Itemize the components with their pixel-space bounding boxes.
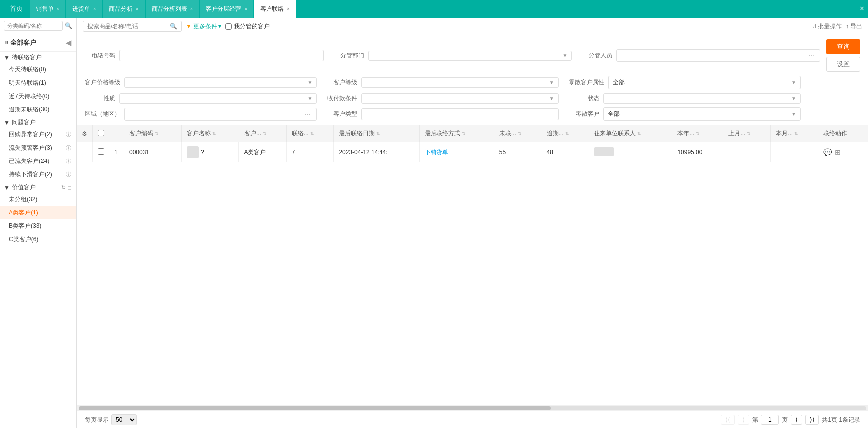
filter-phone-input[interactable]: [119, 50, 324, 61]
filter-person-input[interactable]: [621, 52, 806, 59]
table-header-unit-contact[interactable]: 往来单位联系人⇅: [589, 125, 672, 142]
scatter-caret-icon: ▼: [791, 80, 796, 85]
sidebar-item-declining[interactable]: 持续下滑客户(2) ⓘ: [0, 168, 76, 181]
filter-status-select[interactable]: ▼: [603, 93, 801, 104]
info-icon-4: ⓘ: [66, 171, 71, 178]
sidebar-item-today-contact[interactable]: 今天待联络(0): [0, 63, 76, 76]
close-analysis-list-tab[interactable]: ×: [190, 6, 193, 12]
table-header-this-month[interactable]: 本月...⇅: [771, 125, 818, 142]
next-page-btn[interactable]: ⟩: [791, 415, 802, 425]
page-size-select[interactable]: 50 100 200: [111, 414, 137, 425]
sidebar-search-input[interactable]: [4, 21, 63, 31]
filter-region-input[interactable]: [129, 111, 303, 118]
nav-home[interactable]: 首页: [4, 0, 29, 18]
row-last-month: [723, 142, 771, 162]
table-header-code[interactable]: 客户编码⇅: [124, 125, 182, 142]
my-customer-check[interactable]: 我分管的客户: [225, 22, 270, 31]
search-icon[interactable]: 🔍: [170, 23, 177, 30]
section-problem-title[interactable]: ▼ 问题客户: [4, 118, 36, 127]
table-header-settings[interactable]: ⚙: [77, 125, 93, 142]
filter-nature-select[interactable]: ▼: [119, 93, 317, 104]
section-value-title[interactable]: ▼ 价值客户: [4, 183, 36, 192]
nav-tab-analysis-list[interactable]: 商品分析列表 ×: [146, 0, 199, 18]
close-purchase-tab[interactable]: ×: [93, 6, 96, 12]
sidebar-item-tomorrow-contact[interactable]: 明天待联络(1): [0, 76, 76, 90]
filter-price-select[interactable]: ▼: [124, 77, 317, 88]
scrollbar-thumb[interactable]: [79, 406, 551, 410]
filter-scatter-select[interactable]: 全部 ▼: [608, 76, 801, 89]
nav-tab-customer-contact[interactable]: 客户联络 ×: [254, 0, 296, 18]
sidebar-item-7day-contact[interactable]: 近7天待联络(0): [0, 90, 76, 103]
sidebar-item-churn-warning[interactable]: 流失预警客户(3) ⓘ: [0, 141, 76, 155]
table-header-contact-count[interactable]: 联络...⇅: [286, 125, 334, 142]
close-analysis-tab[interactable]: ×: [136, 6, 139, 12]
grid-action-icon[interactable]: ⊞: [835, 148, 841, 156]
table-header-overdue[interactable]: 逾期...⇅: [542, 125, 589, 142]
last-page-btn[interactable]: ⟩⟩: [805, 415, 819, 425]
table-header-checkbox[interactable]: [93, 125, 109, 142]
table-header-last-month[interactable]: 上月...⇅: [723, 125, 771, 142]
prev-page-btn[interactable]: ⟨: [738, 415, 749, 425]
row-last-method[interactable]: 下销货单: [420, 142, 494, 162]
first-page-btn[interactable]: ⟨⟨: [721, 415, 735, 425]
nav-tab-customer-segment[interactable]: 客户分层经营 ×: [200, 0, 253, 18]
sidebar-collapse-btn[interactable]: ◀: [66, 39, 71, 47]
filter-type-input[interactable]: [361, 108, 558, 120]
table-header-last-method[interactable]: 最后联络方式⇅: [420, 125, 494, 142]
close-contact-tab[interactable]: ×: [287, 6, 290, 12]
export-btn[interactable]: ↑ 导出: [846, 22, 862, 31]
row-select-checkbox[interactable]: [98, 148, 104, 155]
sidebar-item-churned[interactable]: 已流失客户(24) ⓘ: [0, 155, 76, 168]
filter-payment-select[interactable]: ▼: [361, 93, 558, 104]
nav-tab-sales[interactable]: 销售单 ×: [30, 0, 65, 18]
filter-level-select[interactable]: ▼: [361, 77, 558, 88]
horizontal-scrollbar[interactable]: [77, 405, 868, 411]
close-sales-tab[interactable]: ×: [56, 6, 59, 12]
row-checkbox[interactable]: [93, 142, 109, 162]
row-settings: [77, 142, 93, 162]
refresh-icon[interactable]: ↻: [61, 184, 66, 191]
chat-action-icon[interactable]: 💬: [823, 148, 832, 156]
filter-payment: 收付款条件 ▼: [326, 93, 558, 104]
person-dots-icon[interactable]: ···: [806, 52, 816, 59]
select-all-checkbox[interactable]: [98, 130, 104, 136]
sidebar-item-repurchase-abnormal[interactable]: 回购异常客户(2) ⓘ: [0, 128, 76, 141]
query-btn[interactable]: 查询: [826, 39, 860, 54]
table-header-index: [109, 125, 124, 142]
section-pending-title[interactable]: ▼ 待联络客户: [4, 54, 42, 62]
sidebar-all-header[interactable]: ⠿ 全部客户 ◀: [0, 34, 76, 52]
thismonth-sort-icon: ⇅: [794, 131, 798, 136]
table-header-type[interactable]: 客户...⇅: [239, 125, 286, 142]
search-box[interactable]: 🔍: [83, 21, 182, 32]
nav-tab-analysis[interactable]: 商品分析 ×: [103, 0, 145, 18]
batch-op-btn[interactable]: ☑ 批量操作: [811, 22, 842, 31]
table-header-last-date[interactable]: 最后联络日期⇅: [334, 125, 420, 142]
close-segment-tab[interactable]: ×: [244, 6, 247, 12]
add-group-icon[interactable]: □: [68, 185, 71, 191]
main-layout: 🔍 ⠿ 全部客户 ◀ ▼ 待联络客户 今天待联络(0) 明天待联络(1) 近7天…: [0, 18, 868, 428]
close-all-tabs[interactable]: ×: [860, 4, 864, 13]
table-header-this-year[interactable]: 本年...⇅: [672, 125, 723, 142]
sidebar-search-icon[interactable]: 🔍: [65, 22, 72, 29]
last-method-link[interactable]: 下销货单: [425, 149, 448, 156]
sidebar-item-class-c[interactable]: C类客户(6): [0, 233, 76, 246]
filter-scatter-customer-select[interactable]: 全部 ▼: [603, 107, 801, 121]
sidebar-item-class-a[interactable]: A类客户(1): [0, 206, 76, 219]
row-last-date: 2023-04-12 14:44:: [334, 142, 420, 162]
sidebar-item-overdue-contact[interactable]: 逾期未联络(30): [0, 103, 76, 116]
scrollbar-track[interactable]: [79, 406, 866, 410]
filter-dept-select[interactable]: ▼: [368, 51, 572, 61]
region-dots-icon[interactable]: ···: [303, 110, 313, 118]
sidebar-item-class-b[interactable]: B类客户(33): [0, 219, 76, 233]
info-icon-3: ⓘ: [66, 158, 71, 165]
settings-btn[interactable]: 设置: [826, 57, 860, 72]
more-filter-btn[interactable]: ▼ 更多条件 ▾: [186, 22, 221, 31]
table-header-no-contact[interactable]: 未联...⇅: [494, 125, 542, 142]
sidebar-item-unclassified[interactable]: 未分组(32): [0, 193, 76, 206]
contact-sort-icon: ⇅: [310, 131, 314, 136]
page-number-input[interactable]: [761, 415, 779, 425]
my-customer-checkbox[interactable]: [225, 23, 232, 30]
table-header-name[interactable]: 客户名称⇅: [181, 125, 239, 142]
nav-tab-purchase[interactable]: 进货单 ×: [66, 0, 102, 18]
search-input[interactable]: [87, 23, 170, 30]
